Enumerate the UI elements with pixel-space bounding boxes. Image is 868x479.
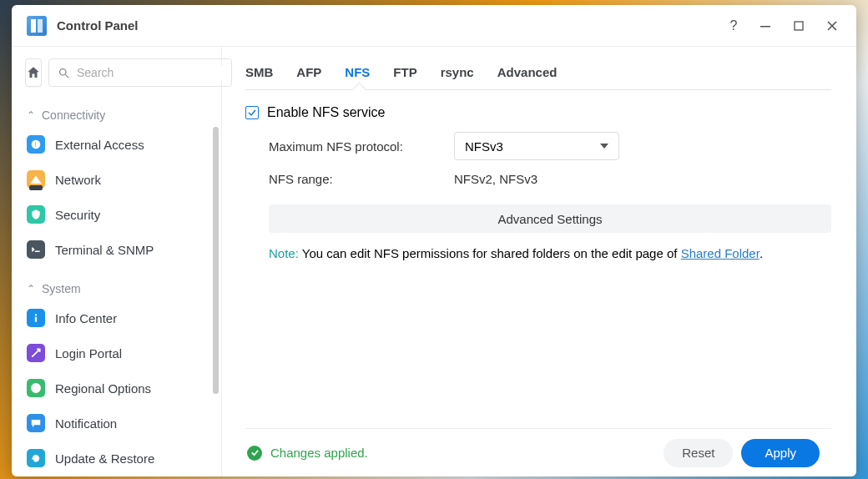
notification-icon [27,414,45,432]
section-label: Connectivity [42,108,105,122]
sidebar-item-label: Update & Restore [55,451,154,466]
window-body: ⌃ Connectivity External Access Network S… [12,47,856,476]
network-icon [27,170,45,189]
close-button[interactable] [826,20,841,32]
tab-rsync[interactable]: rsync [441,62,474,89]
max-protocol-value: NFSv3 [465,139,503,154]
status-text: Changes applied. [270,446,664,460]
chevron-up-icon: ⌃ [27,109,35,121]
max-protocol-select[interactable]: NFSv3 [454,132,619,160]
nfs-range-value: NFSv2, NFSv3 [454,172,537,186]
svg-point-3 [35,314,37,315]
svg-point-2 [60,68,67,75]
svg-rect-4 [35,317,37,322]
control-panel-window: Control Panel ? [12,5,856,476]
main-pane: SMB AFP NFS FTP rsync Advanced Enable NF… [222,47,856,476]
home-button[interactable] [25,58,42,87]
tab-ftp[interactable]: FTP [393,62,416,89]
nfs-range-row: NFS range: NFSv2, NFSv3 [245,172,831,186]
search-box[interactable] [48,58,232,87]
sidebar-item-info-center[interactable]: Info Center [12,300,221,335]
status-ok-icon [247,446,262,461]
shared-folder-link[interactable]: Shared Folder [681,246,760,260]
note-text: You can edit NFS permissions for shared … [299,246,681,260]
sidebar-item-external-access[interactable]: External Access [12,127,221,162]
sidebar-item-label: Notification [55,416,117,431]
tab-nfs[interactable]: NFS [345,62,370,89]
section-label: System [42,282,81,295]
window-title: Control Panel [57,18,726,33]
sidebar-item-update-restore[interactable]: Update & Restore [12,441,221,476]
sidebar-item-label: Login Portal [55,346,122,361]
chevron-up-icon: ⌃ [27,283,35,295]
sidebar-scroll[interactable]: ⌃ Connectivity External Access Network S… [12,93,221,476]
minimize-button[interactable] [760,20,775,32]
svg-rect-1 [795,22,803,30]
sidebar-item-terminal-snmp[interactable]: Terminal & SNMP [12,232,221,267]
tab-smb[interactable]: SMB [245,62,273,89]
sidebar-item-label: Terminal & SNMP [55,243,154,257]
max-protocol-row: Maximum NFS protocol: NFSv3 [245,132,831,160]
svg-rect-0 [760,26,770,28]
info-center-icon [27,309,45,327]
note-suffix: . [760,246,763,260]
chevron-down-icon [600,144,608,149]
svg-point-5 [32,384,41,393]
login-portal-icon [27,344,45,362]
sidebar-item-label: Info Center [55,311,117,325]
max-protocol-label: Maximum NFS protocol: [269,139,454,154]
reset-button[interactable]: Reset [664,439,733,467]
enable-nfs-checkbox[interactable] [245,106,259,119]
sidebar-item-login-portal[interactable]: Login Portal [12,335,221,371]
nfs-range-label: NFS range: [269,172,454,186]
sidebar-item-label: External Access [55,138,144,152]
section-head-connectivity[interactable]: ⌃ Connectivity [12,93,221,127]
nfs-note: Note: You can edit NFS permissions for s… [269,246,831,260]
sidebar: ⌃ Connectivity External Access Network S… [12,47,222,476]
security-icon [27,205,45,224]
section-head-system[interactable]: ⌃ System [12,267,221,300]
update-restore-icon [27,449,45,467]
enable-nfs-row: Enable NFS service [245,105,831,120]
regional-options-icon [27,379,45,397]
tab-afp[interactable]: AFP [296,62,321,89]
sidebar-item-network[interactable]: Network [12,162,221,197]
tab-advanced[interactable]: Advanced [497,62,558,89]
help-button[interactable]: ? [726,18,741,33]
sidebar-item-label: Regional Options [55,381,151,396]
sidebar-item-label: Security [55,208,100,222]
advanced-settings-button[interactable]: Advanced Settings [269,204,831,233]
bottom-bar: Changes applied. Reset Apply [245,428,831,476]
terminal-icon [27,240,45,259]
sidebar-item-security[interactable]: Security [12,197,221,232]
control-panel-icon [27,16,47,36]
sidebar-item-label: Network [55,173,101,187]
title-bar: Control Panel ? [12,5,856,47]
apply-button[interactable]: Apply [741,439,820,467]
external-access-icon [27,135,45,154]
sidebar-item-regional-options[interactable]: Regional Options [12,371,221,406]
enable-nfs-label: Enable NFS service [267,105,385,120]
tab-bar: SMB AFP NFS FTP rsync Advanced [245,62,831,90]
sidebar-item-notification[interactable]: Notification [12,406,221,441]
note-prefix: Note: [269,246,299,260]
search-input[interactable] [77,66,223,79]
maximize-button[interactable] [793,20,808,32]
search-icon [58,67,70,79]
checkmark-icon [247,108,257,118]
window-controls: ? [726,18,841,33]
